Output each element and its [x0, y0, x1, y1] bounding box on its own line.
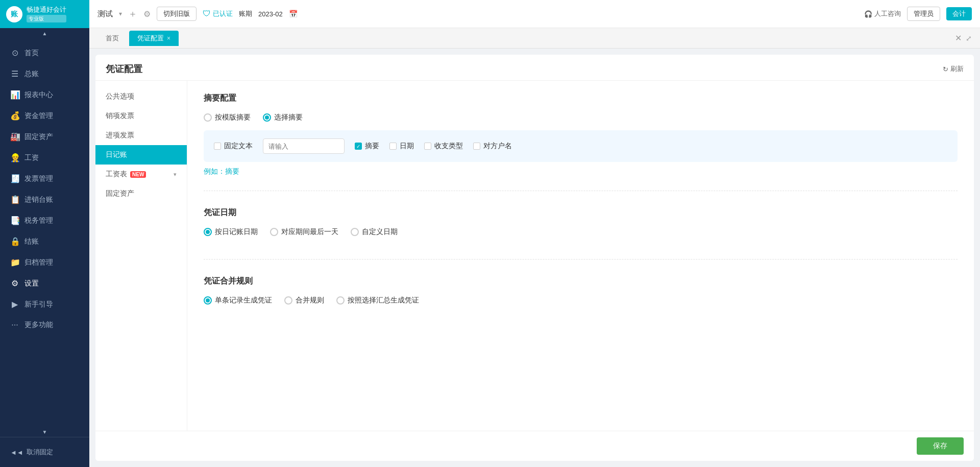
left-nav-fixed-assets[interactable]: 固定资产	[95, 184, 187, 203]
tabs-bar: 首页 凭证配置 × ✕ ⤢	[89, 28, 980, 49]
topbar: 测试 ▾ ＋ ⚙ 切到旧版 🛡 已认证 账期 2023-02 📅 🎧 人工咨询 …	[89, 0, 980, 28]
sidebar-nav: ⊙ 首页 ☰ 总账 📊 报表中心 💰 资金管理 🏭 固定资产 👷 工资 🧾 发票…	[0, 38, 89, 427]
left-nav-payroll-label-wrap: 工资表 NEW	[106, 170, 146, 179]
topbar-gear-icon[interactable]: ⚙	[143, 9, 151, 19]
checkbox-date-box	[389, 143, 397, 150]
sidebar-item-label: 归档管理	[24, 258, 53, 267]
radio-custom-date-label: 自定义日期	[362, 227, 398, 237]
tab-current-label: 凭证配置	[137, 34, 164, 43]
date-radio-group: 按日记账日期 对应期间最后一天 自定义日期	[204, 227, 958, 237]
archive-icon: 📁	[10, 258, 19, 267]
sidebar-item-more[interactable]: ··· 更多功能	[0, 315, 89, 335]
radio-single-record[interactable]: 单条记录生成凭证	[204, 296, 272, 305]
tabs-close-window-btn[interactable]: ✕	[955, 33, 962, 43]
radio-by-selection[interactable]: 按照选择汇总生成凭证	[336, 296, 419, 305]
tabs-expand-btn[interactable]: ⤢	[966, 34, 972, 42]
topbar-chevron-icon[interactable]: ▾	[119, 10, 122, 17]
checkbox-date[interactable]: 日期	[389, 142, 414, 151]
cancel-fixed-label: 取消固定	[27, 448, 53, 457]
left-nav-payroll-label: 工资表	[106, 170, 127, 179]
purchase-sale-icon: 📋	[10, 195, 19, 204]
radio-template-label: 按模版摘要	[215, 113, 251, 122]
radio-merge-label: 合并规则	[296, 296, 324, 305]
section-merge-title: 凭证合并规则	[204, 276, 958, 287]
merge-radio-group: 单条记录生成凭证 合并规则 按照选择汇总生成凭证	[204, 296, 958, 305]
refresh-btn[interactable]: ↻ 刷新	[943, 64, 964, 74]
radio-custom-date[interactable]: 自定义日期	[351, 227, 398, 237]
sidebar-item-tax[interactable]: 📑 税务管理	[0, 210, 89, 231]
radio-merge-rule[interactable]: 合并规则	[284, 296, 324, 305]
left-nav-public-label: 公共选项	[106, 92, 134, 100]
radio-journal-date[interactable]: 按日记账日期	[204, 227, 258, 237]
logo-text-block: 畅捷通好会计 专业版	[27, 6, 66, 23]
sidebar-scroll-down[interactable]: ▼	[0, 427, 89, 437]
guide-icon: ▶	[10, 299, 19, 309]
cancel-fixed-btn[interactable]: ◄◄ 取消固定	[0, 442, 89, 462]
radio-select-summary[interactable]: 选择摘要	[263, 113, 303, 122]
sidebar-item-finance[interactable]: 💰 资金管理	[0, 105, 89, 126]
sidebar-item-invoice[interactable]: 🧾 发票管理	[0, 168, 89, 189]
checkbox-fixed-text-label: 固定文本	[224, 142, 253, 151]
sidebar-item-guide[interactable]: ▶ 新手引导	[0, 294, 89, 315]
left-nav-payroll[interactable]: 工资表 NEW ▾	[95, 165, 187, 184]
section-summary: 摘要配置 按模版摘要 选择摘要	[204, 93, 958, 191]
tab-voucher-config[interactable]: 凭证配置 ×	[129, 31, 179, 46]
left-nav-public[interactable]: 公共选项	[95, 87, 187, 106]
sidebar-item-label: 发票管理	[24, 174, 53, 183]
example-text: 例如：摘要	[204, 167, 958, 176]
page-body: 公共选项 销项发票 进项发票 日记账 工资表	[95, 81, 974, 431]
sidebar-item-home[interactable]: ⊙ 首页	[0, 42, 89, 63]
checkbox-summary[interactable]: ✓ 摘要	[355, 142, 379, 151]
checkbox-counterparty[interactable]: 对方户名	[473, 142, 512, 151]
sidebar-item-label: 新手引导	[24, 300, 53, 309]
radio-last-day-label: 对应期间最后一天	[281, 227, 338, 237]
left-nav-purchase-invoice[interactable]: 进项发票	[95, 126, 187, 145]
topbar-period-value: 2023-02	[258, 10, 283, 18]
topbar-calendar-icon[interactable]: 📅	[289, 10, 298, 18]
checkbox-fixed-text[interactable]: 固定文本	[214, 142, 253, 151]
radio-last-day[interactable]: 对应期间最后一天	[270, 227, 338, 237]
topbar-admin-btn[interactable]: 管理员	[907, 7, 940, 21]
refresh-icon: ↻	[943, 65, 948, 73]
topbar-certified: 🛡 已认证	[203, 9, 233, 18]
sidebar-item-purchase-sale[interactable]: 📋 进销台账	[0, 189, 89, 210]
finance-icon: 💰	[10, 111, 19, 121]
logo-icon: 账	[6, 6, 22, 22]
tab-close-btn[interactable]: ×	[167, 35, 170, 42]
fixed-text-input[interactable]	[263, 138, 345, 154]
left-nav-purchase-label: 进项发票	[106, 131, 134, 139]
section-date-title: 凭证日期	[204, 207, 958, 218]
checkbox-counterparty-label: 对方户名	[483, 142, 512, 151]
right-content: 摘要配置 按模版摘要 选择摘要	[187, 81, 974, 431]
topbar-accountant-btn[interactable]: 会计	[946, 7, 972, 20]
sidebar-item-payroll[interactable]: 👷 工资	[0, 147, 89, 168]
sidebar-item-label: 首页	[24, 49, 39, 58]
radio-single-label: 单条记录生成凭证	[215, 296, 272, 305]
tab-home[interactable]: 首页	[97, 31, 127, 46]
left-nav-journal[interactable]: 日记账	[95, 145, 187, 165]
sidebar-item-close[interactable]: 🔒 结账	[0, 231, 89, 252]
switch-old-btn[interactable]: 切到旧版	[157, 7, 197, 21]
sidebar-item-ledger[interactable]: ☰ 总账	[0, 63, 89, 84]
radio-template-summary[interactable]: 按模版摘要	[204, 113, 251, 122]
topbar-consult-btn[interactable]: 🎧 人工咨询	[864, 9, 901, 18]
radio-select-circle	[263, 113, 271, 122]
left-nav-sales-invoice[interactable]: 销项发票	[95, 106, 187, 126]
sidebar-item-assets[interactable]: 🏭 固定资产	[0, 126, 89, 147]
sidebar-item-label: 设置	[24, 279, 39, 288]
save-button[interactable]: 保存	[917, 437, 964, 455]
expand-arrow-icon: ▾	[174, 171, 177, 178]
sidebar-item-reports[interactable]: 📊 报表中心	[0, 84, 89, 105]
sidebar-item-archive[interactable]: 📁 归档管理	[0, 252, 89, 273]
sidebar-scroll-up[interactable]: ▲	[0, 28, 89, 38]
radio-by-selection-circle	[336, 296, 345, 305]
payroll-icon: 👷	[10, 153, 19, 162]
checkbox-income-type[interactable]: 收支类型	[424, 142, 463, 151]
topbar-add-btn[interactable]: ＋	[128, 8, 137, 20]
sidebar-logo: 账 畅捷通好会计 专业版	[0, 0, 89, 28]
tax-icon: 📑	[10, 216, 19, 225]
checkbox-summary-label: 摘要	[365, 142, 379, 151]
checkbox-date-label: 日期	[400, 142, 414, 151]
sidebar-item-label: 报表中心	[24, 90, 53, 100]
sidebar-item-settings[interactable]: ⚙ 设置	[0, 273, 89, 294]
